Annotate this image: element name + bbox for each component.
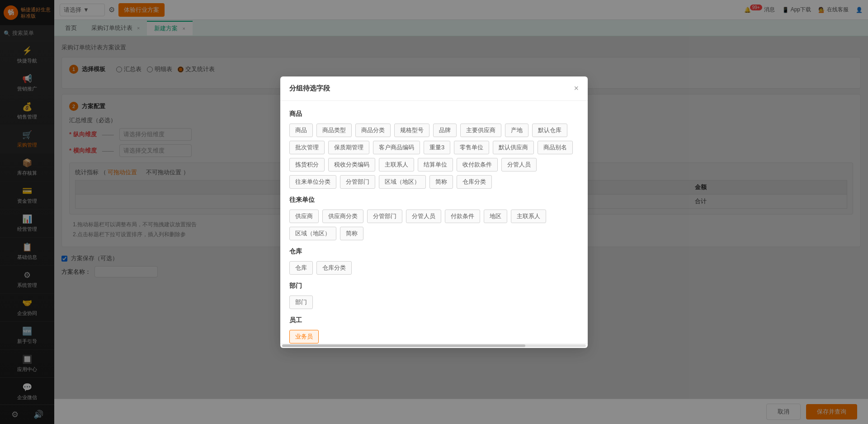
field-payment-condition[interactable]: 付款条件 bbox=[445, 210, 480, 223]
field-pick-points[interactable]: 拣货积分 bbox=[289, 158, 325, 172]
section-title-warehouse: 仓库 bbox=[289, 248, 579, 256]
field-main-supplier[interactable]: 主要供应商 bbox=[460, 124, 501, 137]
field-warehouse-cat[interactable]: 仓库分类 bbox=[316, 261, 352, 275]
field-short-name[interactable]: 简称 bbox=[429, 175, 453, 189]
fields-partner: 供应商 供应商分类 分管部门 分管人员 付款条件 地区 主联系人 区域（地区） … bbox=[289, 210, 579, 240]
field-main-contact[interactable]: 主联系人 bbox=[379, 158, 414, 172]
field-warehouse[interactable]: 仓库 bbox=[289, 261, 313, 275]
modal-dialog: 分组待选字段 × 商品 商品 商品类型 商品分类 规格型号 品牌 主要供应商 产… bbox=[280, 76, 588, 348]
field-region2[interactable]: 区域（地区） bbox=[289, 227, 336, 240]
fields-staff: 业务员 bbox=[289, 330, 579, 343]
modal-close-button[interactable]: × bbox=[574, 84, 579, 93]
field-mgmt-staff2[interactable]: 分管人员 bbox=[406, 210, 441, 223]
field-goods-alias[interactable]: 商品别名 bbox=[538, 141, 573, 154]
field-settlement-unit[interactable]: 结算单位 bbox=[418, 158, 453, 172]
field-batch-mgmt[interactable]: 批次管理 bbox=[289, 141, 325, 154]
field-dept[interactable]: 部门 bbox=[289, 295, 313, 309]
field-manager[interactable]: 分管人员 bbox=[501, 158, 537, 172]
field-payment-terms[interactable]: 收付款条件 bbox=[457, 158, 498, 172]
field-brand[interactable]: 品牌 bbox=[433, 124, 457, 137]
field-warehouse-category[interactable]: 仓库分类 bbox=[457, 175, 492, 189]
field-main-contact2[interactable]: 主联系人 bbox=[511, 210, 546, 223]
field-origin[interactable]: 产地 bbox=[505, 124, 528, 137]
fields-goods: 商品 商品类型 商品分类 规格型号 品牌 主要供应商 产地 默认仓库 批次管理 … bbox=[289, 124, 579, 189]
field-goods[interactable]: 商品 bbox=[289, 124, 313, 137]
field-mgmt-dept[interactable]: 分管部门 bbox=[340, 175, 375, 189]
field-retail-unit[interactable]: 零售单位 bbox=[454, 141, 489, 154]
field-region-area[interactable]: 区域（地区） bbox=[379, 175, 426, 189]
field-supplier[interactable]: 供应商 bbox=[289, 210, 319, 223]
modal-header: 分组待选字段 × bbox=[280, 76, 588, 101]
field-source-unit-category[interactable]: 往来单位分类 bbox=[289, 175, 336, 189]
field-spec-type[interactable]: 规格型号 bbox=[394, 124, 429, 137]
field-goods-type[interactable]: 商品类型 bbox=[316, 124, 352, 137]
field-area2[interactable]: 地区 bbox=[484, 210, 507, 223]
fields-warehouse: 仓库 仓库分类 bbox=[289, 261, 579, 275]
field-supplier-category[interactable]: 供应商分类 bbox=[322, 210, 363, 223]
section-title-partner: 往来单位 bbox=[289, 196, 579, 204]
field-default-supplier[interactable]: 默认供应商 bbox=[493, 141, 534, 154]
modal-body: 商品 商品 商品类型 商品分类 规格型号 品牌 主要供应商 产地 默认仓库 批次… bbox=[280, 101, 588, 343]
section-title-goods: 商品 bbox=[289, 110, 579, 118]
modal-hscroll[interactable] bbox=[280, 343, 588, 348]
section-title-department: 部门 bbox=[289, 282, 579, 290]
field-short-name2[interactable]: 简称 bbox=[340, 227, 363, 240]
field-mgmt-dept2[interactable]: 分管部门 bbox=[367, 210, 402, 223]
modal-title: 分组待选字段 bbox=[289, 84, 330, 93]
field-tax-category-code[interactable]: 税收分类编码 bbox=[328, 158, 375, 172]
field-customer-goods-code[interactable]: 客户商品编码 bbox=[373, 141, 420, 154]
field-goods-category[interactable]: 商品分类 bbox=[355, 124, 391, 137]
field-default-warehouse[interactable]: 默认仓库 bbox=[532, 124, 567, 137]
field-salesperson[interactable]: 业务员 bbox=[289, 330, 319, 343]
modal-overlay: 分组待选字段 × 商品 商品 商品类型 商品分类 规格型号 品牌 主要供应商 产… bbox=[0, 0, 868, 424]
field-shelf-life-mgmt[interactable]: 保质期管理 bbox=[328, 141, 369, 154]
section-title-staff: 员工 bbox=[289, 316, 579, 324]
field-weight3[interactable]: 重量3 bbox=[424, 141, 450, 154]
fields-department: 部门 bbox=[289, 295, 579, 309]
